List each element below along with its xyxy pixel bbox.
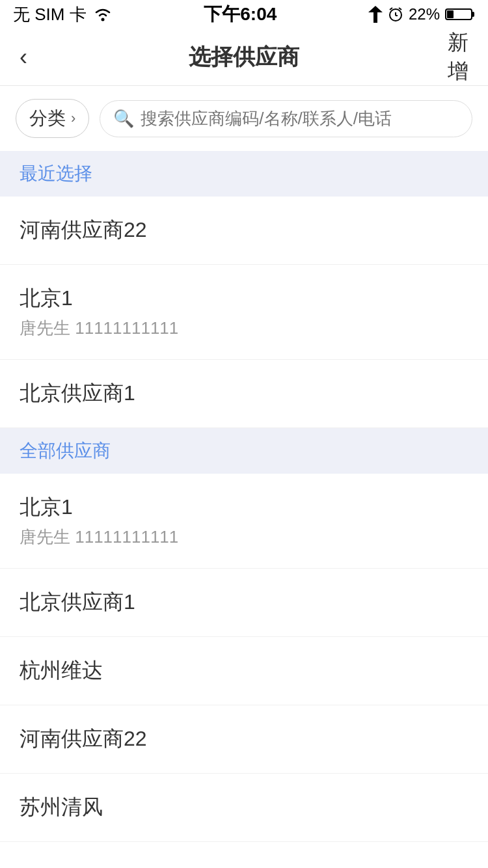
- no-sim-text: 无 SIM 卡: [13, 3, 87, 26]
- item-name: 苏州清风: [20, 793, 468, 822]
- item-name: 北京供应商1: [20, 379, 468, 408]
- category-label: 分类: [29, 106, 66, 131]
- svg-line-5: [399, 8, 401, 10]
- list-item[interactable]: 北京供应商1: [0, 569, 488, 637]
- add-button[interactable]: 新增: [429, 29, 468, 86]
- item-sub: 唐先生 11111111111: [20, 526, 468, 549]
- status-time: 下午6:04: [204, 2, 277, 27]
- list-item[interactable]: 北京1唐先生 11111111111: [0, 474, 488, 569]
- chevron-right-icon: ›: [71, 110, 75, 127]
- svg-point-0: [101, 18, 104, 21]
- status-right: 22%: [368, 5, 475, 23]
- list-item[interactable]: 北京供应商1: [0, 360, 488, 428]
- recent-section-label: 最近选择: [20, 163, 92, 183]
- item-name: 北京供应商1: [20, 588, 468, 617]
- location-icon: [368, 6, 383, 23]
- list-item[interactable]: 杭州维达: [0, 637, 488, 705]
- battery-text: 22%: [409, 5, 440, 23]
- item-name: 杭州维达: [20, 657, 468, 685]
- nav-bar: ‹ 选择供应商 新增: [0, 29, 488, 86]
- battery-icon: [445, 7, 475, 21]
- svg-rect-7: [447, 10, 454, 18]
- recent-items-list: 河南供应商22北京1唐先生 11111111111北京供应商1: [0, 197, 488, 428]
- item-name: 河南供应商22: [20, 216, 468, 245]
- status-left: 无 SIM 卡: [13, 3, 113, 26]
- all-section-header: 全部供应商: [0, 428, 488, 474]
- all-items-list: 北京1唐先生 11111111111北京供应商1杭州维达河南供应商22苏州清风: [0, 474, 488, 842]
- svg-rect-8: [472, 12, 474, 17]
- list-item[interactable]: 苏州清风: [0, 774, 488, 842]
- wifi-icon: [93, 7, 113, 21]
- category-button[interactable]: 分类 ›: [16, 99, 89, 138]
- search-icon: 🔍: [113, 109, 134, 129]
- item-name: 北京1: [20, 493, 468, 522]
- status-bar: 无 SIM 卡 下午6:04 22%: [0, 0, 488, 29]
- filter-row: 分类 › 🔍: [0, 86, 488, 151]
- all-section-label: 全部供应商: [20, 441, 111, 461]
- recent-section-header: 最近选择: [0, 151, 488, 197]
- back-button[interactable]: ‹: [20, 44, 59, 71]
- item-name: 北京1: [20, 284, 468, 313]
- item-sub: 唐先生 11111111111: [20, 317, 468, 340]
- list-item[interactable]: 河南供应商22: [0, 197, 488, 265]
- item-name: 河南供应商22: [20, 725, 468, 753]
- page-title: 选择供应商: [189, 42, 299, 72]
- list-item[interactable]: 北京1唐先生 11111111111: [0, 265, 488, 360]
- list-item[interactable]: 河南供应商22: [0, 705, 488, 774]
- alarm-icon: [388, 7, 403, 22]
- search-input[interactable]: [141, 109, 459, 129]
- svg-line-4: [390, 8, 392, 10]
- search-box[interactable]: 🔍: [100, 100, 472, 137]
